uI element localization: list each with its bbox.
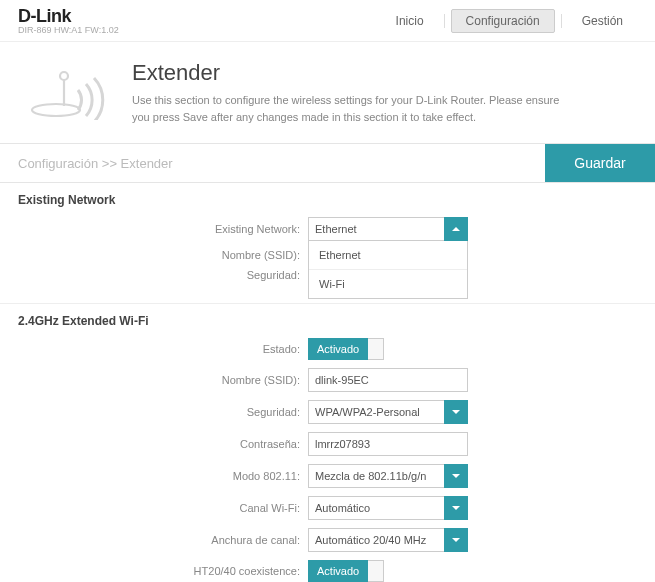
page-description: Use this section to configure the wirele… [132, 92, 562, 125]
nav-management[interactable]: Gestión [568, 10, 637, 32]
state-toggle[interactable]: Activado [308, 338, 384, 360]
state-label: Estado: [18, 343, 308, 355]
toggle-handle[interactable] [368, 560, 384, 582]
chwidth-value[interactable] [308, 528, 444, 552]
nav-separator [561, 14, 562, 28]
state-toggle-label: Activado [308, 338, 368, 360]
channel-select[interactable] [308, 496, 468, 520]
existing-network-select[interactable] [308, 217, 468, 241]
ht2040-toggle[interactable]: Activado [308, 560, 384, 582]
security-label: Seguridad: [18, 269, 308, 281]
existing-network-dropdown: Ethernet Wi-Fi [308, 241, 468, 299]
nav-config[interactable]: Configuración [451, 9, 555, 33]
dropdown-option-wifi[interactable]: Wi-Fi [309, 269, 467, 298]
chevron-up-icon[interactable] [444, 217, 468, 241]
section-24ghz-title: 2.4GHz Extended Wi-Fi [18, 314, 637, 328]
brand-logo: D-Link [18, 6, 119, 27]
breadcrumb: Configuración >> Extender [0, 144, 545, 182]
extender-icon [28, 60, 114, 125]
ssid-label: Nombre (SSID): [18, 249, 308, 261]
password-label: Contraseña: [18, 438, 308, 450]
ht2040-label: HT20/40 coexistence: [18, 565, 308, 577]
mode80211-label: Modo 802.11: [18, 470, 308, 482]
chevron-down-icon[interactable] [444, 496, 468, 520]
chevron-down-icon[interactable] [444, 464, 468, 488]
channel-value[interactable] [308, 496, 444, 520]
chevron-down-icon[interactable] [444, 400, 468, 424]
nav-home[interactable]: Inicio [382, 10, 438, 32]
save-button[interactable]: Guardar [545, 144, 655, 182]
chwidth-label: Anchura de canal: [18, 534, 308, 546]
page-title: Extender [132, 60, 562, 86]
svg-point-2 [60, 72, 68, 80]
existing-network-label: Existing Network: [18, 223, 308, 235]
ssid-24-label: Nombre (SSID): [18, 374, 308, 386]
security-24-select[interactable] [308, 400, 468, 424]
security-24-label: Seguridad: [18, 406, 308, 418]
toggle-handle[interactable] [368, 338, 384, 360]
ssid-24-input[interactable] [308, 368, 468, 392]
mode80211-value[interactable] [308, 464, 444, 488]
mode80211-select[interactable] [308, 464, 468, 488]
password-input[interactable] [308, 432, 468, 456]
ht2040-toggle-label: Activado [308, 560, 368, 582]
chevron-down-icon[interactable] [444, 528, 468, 552]
existing-network-value[interactable] [308, 217, 444, 241]
section-existing-network-title: Existing Network [18, 193, 637, 207]
nav-separator [444, 14, 445, 28]
dropdown-option-ethernet[interactable]: Ethernet [309, 241, 467, 269]
channel-label: Canal Wi-Fi: [18, 502, 308, 514]
svg-point-0 [32, 104, 80, 116]
model-label: DIR-869 HW:A1 FW:1.02 [18, 25, 119, 35]
chwidth-select[interactable] [308, 528, 468, 552]
security-24-value[interactable] [308, 400, 444, 424]
